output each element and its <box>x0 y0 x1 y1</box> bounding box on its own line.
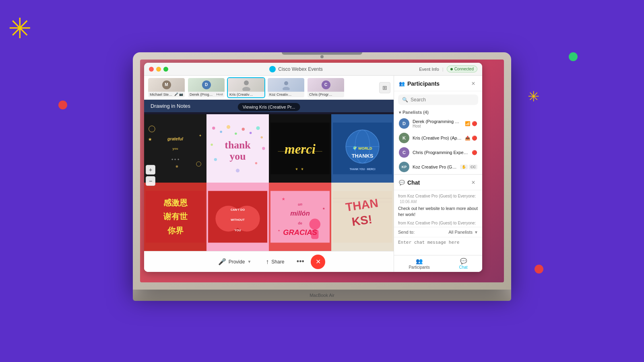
zoom-controls: + − <box>146 165 155 186</box>
participant-name-michael: Michael Steeber... <box>150 93 174 97</box>
main-content: M Michael Steeber... 🎤 📷 <box>144 76 482 272</box>
participants-search-box[interactable]: 🔍 <box>398 95 478 105</box>
participant-icons-derek: Host <box>217 93 223 96</box>
more-options-button[interactable]: ••• <box>293 255 308 269</box>
panelist-controls-derek: 📶 🔴 <box>465 121 477 126</box>
nav-item-chat[interactable]: 💬 Chat <box>456 256 471 271</box>
svg-text:you: you <box>229 150 246 162</box>
svg-point-17 <box>235 132 237 135</box>
panelist-name-derek: Derek (Programming Expert)... <box>413 119 462 124</box>
share-icon: ↑ <box>266 258 269 265</box>
participant-name-kris: Kris (Creative Pro)... <box>229 93 254 97</box>
chat-input[interactable] <box>398 240 478 250</box>
merci-svg: merci ❦ ❦ <box>270 116 330 181</box>
traffic-lights <box>149 67 168 72</box>
laptop-frame: Cisco Webex Events Event Info | Connecte… <box>133 52 511 310</box>
panelist-info-chris: Chris (Programming Expert... <box>413 150 469 155</box>
panelist-item-derek[interactable]: D Derek (Programming Expert)... Host 📶 🔴 <box>394 116 482 131</box>
event-info-button[interactable]: Event Info <box>419 67 439 72</box>
participants-title-text: Participants <box>407 80 440 87</box>
chat-close-button[interactable]: × <box>469 179 477 187</box>
title-bar: Cisco Webex Events Event Info | Connecte… <box>144 63 482 76</box>
participants-panel: 👥 Participants × 🔍 <box>394 76 482 175</box>
participant-thumb-koz[interactable]: Koz Creative Pro... <box>267 77 305 98</box>
participant-thumb-derek[interactable]: D Derek (Progra... Host <box>187 77 225 98</box>
svg-text:🌍 WORLD: 🌍 WORLD <box>353 146 372 151</box>
maximize-button[interactable] <box>163 67 168 72</box>
title-bar-right: Event Info | Connected <box>419 66 477 72</box>
share-button[interactable]: ↑ Share <box>260 255 290 269</box>
panelists-count-label: Panelists (4) <box>402 110 429 115</box>
panelist-item-chris[interactable]: C Chris (Programming Expert... 🔴 <box>394 145 482 160</box>
zoom-in-button[interactable]: + <box>146 165 155 175</box>
end-call-icon: ✕ <box>316 258 321 265</box>
close-button[interactable] <box>149 67 154 72</box>
participant-thumb-michael[interactable]: M Michael Steeber... 🎤 📷 <box>147 77 186 98</box>
star-decoration-1: ✳ <box>8 12 32 45</box>
svg-text:YOU: YOU <box>235 228 241 232</box>
participant-name-derek: Derek (Progra... <box>190 93 214 97</box>
cc-badge: CC <box>469 165 477 169</box>
send-to-arrow-icon: ▼ <box>474 230 478 234</box>
svg-point-1 <box>242 87 250 91</box>
svg-point-3 <box>283 87 290 90</box>
panelist-name-chris: Chris (Programming Expert... <box>413 150 469 155</box>
svg-text:de: de <box>298 221 302 225</box>
panelist-controls-koz: ✋ CC <box>460 165 477 169</box>
participants-search-input[interactable] <box>411 97 474 103</box>
svg-point-15 <box>220 131 222 133</box>
thankyou-svg: thank you <box>208 116 267 181</box>
laptop-base: MacBook Air <box>133 290 511 301</box>
panelists-section-label: ▾ Panelists (4) <box>394 108 482 116</box>
collapse-icon[interactable]: ▾ <box>399 110 401 115</box>
participants-close-button[interactable]: × <box>469 80 477 88</box>
star-decoration-2: ✳ <box>528 88 539 105</box>
participant-name-koz: Koz Creative Pro... <box>269 93 293 97</box>
provide-button[interactable]: 🎤 Provide ▼ <box>213 255 257 269</box>
end-call-button[interactable]: ✕ <box>311 255 325 269</box>
svg-text:感激恩: 感激恩 <box>163 198 188 207</box>
chat-input-area[interactable] <box>394 237 482 255</box>
svg-text:WITHOUT: WITHOUT <box>231 218 245 222</box>
participants-panel-header: 👥 Participants × <box>394 76 482 91</box>
svg-point-14 <box>212 127 215 130</box>
send-to-dropdown[interactable]: All Panelists ▼ <box>448 230 478 234</box>
panelist-avatar-chris: C <box>399 147 409 158</box>
panelist-info-derek: Derek (Programming Expert)... Host <box>413 119 462 128</box>
svg-point-0 <box>244 80 249 85</box>
participant-thumb-kris[interactable]: Kris (Creative Pro)... <box>227 77 265 98</box>
svg-text:KS!: KS! <box>351 212 373 228</box>
connected-dot-icon <box>450 68 453 70</box>
participant-info-michael: Michael Steeber... 🎤 📷 <box>148 92 185 97</box>
art-tile-world-thanks-content: 🌍 WORLD THANKS THANK YOU · MERCI <box>331 114 394 183</box>
strip-grid-button[interactable]: ⊞ <box>379 82 390 93</box>
art-tile-chinese-content: 感激恩 谢有世 你界 <box>144 183 206 251</box>
chat-panel-header: 💬 Chat × <box>394 175 482 190</box>
participants-panel-title: 👥 Participants <box>399 80 440 87</box>
participant-thumb-chris[interactable]: C Chris (Programm... <box>307 77 345 98</box>
dot-decoration-2 <box>535 265 543 274</box>
nav-item-participants[interactable]: 👥 Participants <box>405 256 433 271</box>
panelist-item-koz[interactable]: KP Koz Creative Pro (Guest) ✋ CC <box>394 160 482 174</box>
minimize-button[interactable] <box>156 67 161 72</box>
participant-name-chris: Chris (Programm... <box>309 93 333 97</box>
participant-info-kris: Kris (Creative Pro)... <box>228 92 264 97</box>
chat-msg-2: from Koz Creative Pro (Guest) to Everyon… <box>398 220 478 227</box>
art-tile-cantdo: CAN'T DO WITHOUT YOU <box>206 183 269 251</box>
search-icon: 🔍 <box>402 97 408 103</box>
chat-text-1: Check out her website to learn more abou… <box>398 206 478 217</box>
art-tile-merci-content: merci ❦ ❦ <box>269 114 331 183</box>
millon-svg: ★ ★ ✦ un millón de GRACIAS <box>270 184 330 249</box>
svg-text:❋: ❋ <box>175 165 178 169</box>
panelist-item-kris[interactable]: K Kris (Creative Pro) (Apple) 📤 🔴 <box>394 131 482 145</box>
svg-text:★: ★ <box>282 197 285 201</box>
laptop-label: MacBook Air <box>310 293 334 298</box>
svg-text:✦: ✦ <box>199 134 202 138</box>
mic-icon-michael: 🎤 <box>174 93 178 96</box>
svg-text:★: ★ <box>322 207 325 210</box>
zoom-out-button[interactable]: − <box>146 176 155 186</box>
participants-icon: 👥 <box>399 81 405 86</box>
art-tile-thanks-grunge: THAN KS! <box>331 183 394 251</box>
participant-avatar-derek: D <box>202 80 211 89</box>
mic-icon-derek: 🔴 <box>472 121 477 126</box>
